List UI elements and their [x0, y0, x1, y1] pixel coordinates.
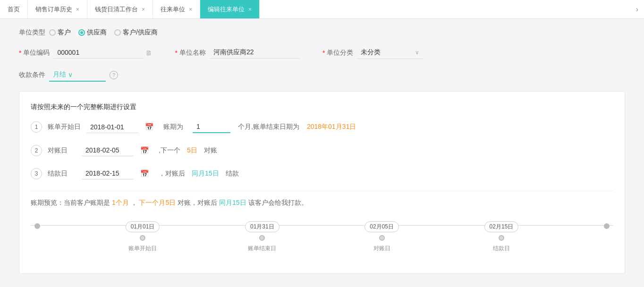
preview-suffix: 该客户会给我打款。	[248, 199, 308, 206]
preview-part2: 下一个月5日	[139, 199, 176, 206]
tl-point-payment: 02月15日 结款日	[484, 221, 519, 253]
tl-dot-start	[140, 235, 145, 241]
tl-dot-left	[34, 223, 40, 229]
tl-dot-payment	[499, 235, 504, 241]
tl-badge-start: 01月01日	[126, 221, 160, 232]
page-content: 单位类型 客户 供应商 客户/供应商 * 单位编码	[0, 19, 644, 287]
unit-category-required: *	[322, 49, 325, 57]
tl-point-reconcile: 02月05日 对账日	[364, 221, 399, 253]
radio-supplier[interactable]: 供应商	[78, 28, 107, 37]
tab-edit-partner-close[interactable]: ×	[248, 6, 252, 13]
tab-home-label: 首页	[8, 5, 20, 14]
row3-prefix: ，对账后	[159, 169, 185, 178]
row-label-3: 结款日	[48, 169, 76, 178]
tab-sales-history-label: 销售订单历史	[35, 5, 72, 14]
row2-prefix: ,下一个	[159, 146, 180, 155]
unit-code-input[interactable]	[53, 47, 144, 59]
radio-both-label: 客户/供应商	[123, 28, 158, 37]
preview-text: 账期预览：当前客户账期是 1个月 ， 下一个月5日 对账，对账后 同月15日 该…	[31, 199, 613, 207]
timeline-points: 01月01日 账单开始日 01月31日 账单结束日 02月05日 对账日	[31, 221, 613, 253]
tab-edit-partner-label: 编辑往来单位	[208, 5, 245, 14]
radio-customer-label: 客户	[58, 28, 71, 37]
radio-supplier-circle	[78, 29, 85, 36]
unit-category-value: 未分类	[361, 48, 415, 57]
row3-day-highlight: 同月15日	[192, 169, 219, 178]
unit-name-input[interactable]	[210, 47, 300, 59]
reconcile-date-calendar-icon[interactable]: 📅	[140, 146, 149, 155]
tl-point-end: 01月31日 账单结束日	[245, 221, 280, 253]
start-date-calendar-icon[interactable]: 📅	[145, 123, 154, 131]
tl-dot-reconcile	[379, 235, 385, 241]
row-number-2: 2	[31, 145, 42, 156]
preview-prefix: 账期预览：当前客户账期是	[31, 199, 110, 206]
reconcile-date-input[interactable]	[82, 144, 134, 156]
unit-name-label: 单位名称	[179, 49, 206, 57]
code-name-category-row: * 单位编码 🗎 * 单位名称 * 单位分类 未分类 ∨	[19, 46, 625, 59]
payment-condition-row: 收款条件 月结 ∨ ?	[19, 68, 625, 82]
preview-mid2: 对账，对账后	[178, 199, 217, 206]
tl-point-start: 01月01日 账单开始日	[126, 221, 160, 253]
preview-mid1: ，	[131, 199, 137, 206]
tab-cash-work[interactable]: 钱货日清工作台 ×	[87, 0, 153, 18]
tab-home[interactable]: 首页	[0, 0, 28, 18]
row-number-1: 1	[31, 121, 42, 133]
tl-label-end: 账单结束日	[248, 245, 276, 253]
tl-point-end-dot	[604, 221, 613, 229]
radio-both-circle	[114, 29, 121, 36]
payment-select-arrow: ∨	[68, 71, 73, 78]
tab-sales-history[interactable]: 销售订单历史 ×	[28, 0, 87, 18]
tab-partner-unit[interactable]: 往来单位 ×	[153, 0, 200, 18]
payment-date-input[interactable]	[82, 168, 134, 179]
unit-code-group: * 单位编码 🗎	[19, 47, 152, 59]
unit-type-group: 单位类型 客户 供应商 客户/供应商	[19, 28, 158, 37]
tab-cash-work-label: 钱货日清工作台	[95, 5, 138, 14]
preview-part1: 1个月	[112, 199, 129, 206]
row1-period-unit-prefix: 个月,账单结束日期为	[238, 123, 299, 131]
tl-label-start: 账单开始日	[128, 245, 157, 253]
timeline-wrapper: 01月01日 账单开始日 01月31日 账单结束日 02月05日 对账日	[31, 217, 613, 262]
payment-date-calendar-icon[interactable]: 📅	[140, 169, 149, 178]
tl-dot-end	[259, 235, 265, 241]
unit-category-arrow: ∨	[415, 49, 419, 56]
tab-edit-partner[interactable]: 编辑往来单位 ×	[200, 0, 260, 18]
period-input[interactable]	[193, 121, 230, 133]
tabs-bar: 首页 销售订单历史 × 钱货日清工作台 × 往来单位 × 编辑往来单位 × ›	[0, 0, 644, 19]
unit-type-row: 单位类型 客户 供应商 客户/供应商	[19, 28, 625, 37]
setting-row-2: 2 对账日 📅 ,下一个 5日 对账	[31, 144, 613, 156]
unit-type-label: 单位类型	[19, 28, 45, 37]
unit-category-label: 单位分类	[327, 49, 353, 57]
tl-badge-end: 01月31日	[245, 221, 280, 232]
payment-help-icon[interactable]: ?	[110, 71, 118, 79]
unit-category-select[interactable]: 未分类 ∨	[357, 46, 423, 59]
radio-customer-circle	[49, 29, 56, 36]
row2-day-highlight: 5日	[187, 146, 197, 155]
unit-code-icon[interactable]: 🗎	[145, 49, 152, 57]
start-date-input[interactable]	[86, 121, 138, 133]
radio-supplier-label: 供应商	[87, 28, 107, 37]
unit-code-required: *	[19, 49, 21, 57]
settings-title: 请按照未来的一个完整帐期进行设置	[31, 103, 613, 111]
tab-cash-work-close[interactable]: ×	[142, 6, 145, 13]
unit-name-required: *	[175, 49, 177, 57]
tab-partner-unit-close[interactable]: ×	[189, 6, 192, 13]
tab-sales-history-close[interactable]: ×	[76, 6, 79, 13]
setting-row-1: 1 账单开始日 📅 账期为 个月,账单结束日期为 2018年01月31日	[31, 121, 613, 133]
unit-name-group: * 单位名称	[175, 47, 299, 59]
payment-condition-select[interactable]: 月结 ∨	[49, 68, 106, 82]
payment-condition-label: 收款条件	[19, 71, 45, 79]
tl-point-start-dot	[31, 221, 40, 229]
row1-suffix-label: 账期为	[163, 123, 183, 131]
payment-condition-value: 月结	[53, 70, 66, 79]
radio-both[interactable]: 客户/供应商	[114, 28, 158, 37]
unit-type-radio-group: 客户 供应商 客户/供应商	[49, 28, 158, 37]
setting-row-3: 3 结款日 📅 ，对账后 同月15日 结款	[31, 168, 613, 179]
tab-partner-unit-label: 往来单位	[161, 5, 185, 14]
unit-category-group: * 单位分类 未分类 ∨	[322, 46, 423, 59]
tab-more-button[interactable]: ›	[630, 5, 644, 14]
preview-section: 账期预览：当前客户账期是 1个月 ， 下一个月5日 对账，对账后 同月15日 该…	[31, 191, 613, 262]
radio-customer[interactable]: 客户	[49, 28, 71, 37]
row-number-3: 3	[31, 168, 42, 179]
row1-end-date-highlight: 2018年01月31日	[307, 123, 356, 131]
tl-label-payment: 结款日	[493, 245, 510, 253]
unit-code-label: 单位编码	[23, 49, 50, 57]
